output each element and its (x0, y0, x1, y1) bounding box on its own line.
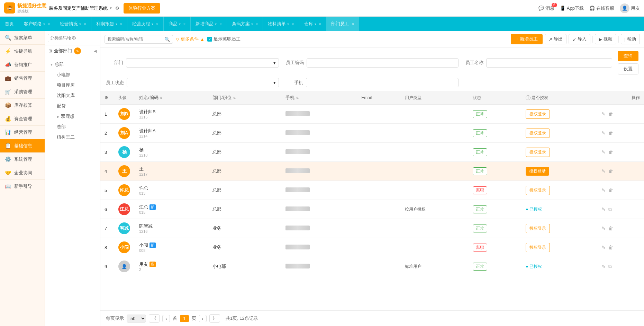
app-download-button[interactable]: 📱 App下载 (560, 5, 584, 11)
import-button[interactable]: ↙ 导入 (569, 34, 590, 44)
show-resigned-toggle[interactable]: ✓ 显示离职员工 (207, 36, 241, 42)
nav-finance[interactable]: 💰 资金管理 (0, 112, 45, 126)
tab-journey-close[interactable]: × (156, 22, 158, 26)
tab-dept-employee[interactable]: 部门员工 × (326, 17, 359, 31)
auth-button[interactable]: 授权登录 (526, 109, 550, 119)
dept-node-distribution[interactable]: 配货 (50, 101, 100, 111)
dept-search-input[interactable] (48, 34, 100, 42)
nav-purchase[interactable]: 🛒 采购管理 (0, 85, 45, 99)
dept-node-project[interactable]: 项目库房 (50, 80, 100, 90)
auth-button[interactable]: 授权登录 (526, 224, 550, 233)
nav-inventory[interactable]: 📦 库存核算 (0, 99, 45, 112)
nav-shortcut[interactable]: ⚡ 快捷导航 (0, 45, 45, 58)
dept-node-general[interactable]: ▼ 总部 (45, 59, 100, 70)
filter-dept-select[interactable]: ▾ (126, 58, 279, 68)
copy-icon[interactable]: ⧉ (608, 206, 612, 212)
auth-button-orange[interactable]: 授权登录 (526, 167, 549, 176)
tab-operations[interactable]: 经营情况 ▾ × (55, 17, 91, 31)
reset-button[interactable]: 设置 (618, 63, 638, 74)
add-employee-button[interactable]: + 新增员工 (511, 34, 542, 44)
prev-page-button[interactable]: ‹ (162, 315, 170, 322)
search-box[interactable]: 🔍 (105, 35, 173, 44)
tab-home[interactable]: 首页 (0, 17, 19, 31)
delete-icon[interactable]: 🗑 (608, 226, 613, 231)
edit-icon[interactable]: ✎ (601, 245, 606, 250)
gear-icon[interactable]: ⚙ (114, 4, 121, 12)
auth-button[interactable]: 授权登录 (526, 186, 550, 195)
tab-warehouse[interactable]: 仓库 ▾ × (299, 17, 326, 31)
auth-button[interactable]: 授权登录 (526, 243, 550, 252)
filter-emp-name-input[interactable] (486, 58, 612, 68)
delete-icon[interactable]: 🗑 (608, 168, 613, 174)
copy-icon[interactable]: ⧉ (608, 264, 612, 270)
filter-phone-input[interactable] (306, 78, 459, 87)
delete-icon[interactable]: 🗑 (608, 130, 613, 136)
edit-icon[interactable]: ✎ (601, 168, 606, 174)
tab-materials[interactable]: 物料清单 ▾ × (263, 17, 299, 31)
auth-button[interactable]: 授权登录 (526, 148, 550, 157)
col-settings[interactable]: ⚙ (100, 91, 114, 105)
dept-node-headquarters[interactable]: 总部 (50, 122, 100, 132)
query-button[interactable]: 查询 (618, 51, 638, 61)
delete-icon[interactable]: 🗑 (608, 111, 613, 117)
message-button[interactable]: 💬 消息 6 (538, 5, 554, 11)
delete-icon[interactable]: 🗑 (608, 149, 613, 155)
online-service-button[interactable]: 🎧 在线客服 (589, 5, 614, 11)
chevron-down-icon[interactable]: ▼ (109, 6, 112, 10)
next-page-button[interactable]: › (199, 315, 207, 322)
tab-add-goods-close[interactable]: × (219, 22, 221, 26)
trial-button[interactable]: 体验行业方案 (124, 3, 160, 14)
tab-customer[interactable]: 客户联络 ▾ × (19, 17, 55, 31)
tab-customer-close[interactable]: × (48, 22, 50, 26)
tab-warehouse-close[interactable]: × (319, 22, 321, 26)
filter-emp-status-select[interactable]: ▾ (127, 78, 279, 87)
nav-sales[interactable]: 💼 销售管理 (0, 72, 45, 85)
edit-icon[interactable]: ✎ (601, 206, 606, 212)
tab-materials-close[interactable]: × (292, 22, 294, 26)
edit-icon[interactable]: ✎ (601, 111, 606, 117)
delete-icon[interactable]: 🗑 (608, 187, 613, 193)
nav-management[interactable]: 📊 经营管理 (0, 126, 45, 139)
more-filter-button[interactable]: ▽ 更多条件 ▲ (176, 36, 205, 42)
dept-edit-icon[interactable]: ✎ (74, 47, 81, 54)
tab-barcode-close[interactable]: × (256, 22, 258, 26)
auth-button[interactable]: 授权登录 (526, 129, 550, 138)
search-input[interactable] (108, 37, 163, 42)
col-name-code[interactable]: 姓名/编码 ⇅ (135, 91, 208, 105)
user-area[interactable]: 👤 用友 (620, 3, 640, 13)
dept-node-small-elec[interactable]: 小电部 (50, 70, 100, 80)
tab-profit[interactable]: 利润报告 ▾ × (91, 17, 127, 31)
export-button[interactable]: ↗ 导出 (545, 34, 566, 44)
tab-operations-close[interactable]: × (84, 22, 86, 26)
last-page-button[interactable]: 》 (209, 314, 220, 323)
tab-barcode[interactable]: 条码方案 ▾ × (227, 17, 263, 31)
edit-icon[interactable]: ✎ (601, 226, 606, 231)
per-page-select[interactable]: 50 20 100 (127, 315, 146, 323)
delete-icon[interactable]: 🗑 (608, 245, 613, 250)
tab-journey[interactable]: 经营历程 ▾ × (127, 17, 163, 31)
edit-icon[interactable]: ✎ (601, 264, 606, 269)
nav-search[interactable]: 🔍 搜索菜单 (0, 31, 45, 45)
page-1-button[interactable]: 1 (180, 315, 189, 322)
dept-node-double[interactable]: ▶ 双鹿想 (50, 111, 100, 122)
dept-collapse-icon[interactable]: ◀ (94, 49, 97, 53)
edit-icon[interactable]: ✎ (601, 149, 606, 155)
tab-add-goods[interactable]: 新增商品 ▾ × (191, 17, 227, 31)
tab-profit-close[interactable]: × (120, 22, 122, 26)
nav-marketing[interactable]: 📣 营销推广 (0, 58, 45, 72)
dept-tree-header[interactable]: ⊞ 全部部门 ✎ ◀ (45, 45, 100, 56)
edit-icon[interactable]: ✎ (601, 187, 606, 193)
nav-enterprise[interactable]: 🤝 企业协同 (0, 166, 45, 180)
help-button[interactable]: | 帮助 (621, 34, 640, 44)
col-phone[interactable]: 手机 ⇅ (281, 91, 357, 105)
col-dept-position[interactable]: 部门/职位 ⇅ (208, 91, 282, 105)
tab-dept-employee-close[interactable]: × (352, 22, 354, 26)
nav-guide[interactable]: 📖 新手引导 (0, 180, 45, 193)
edit-icon[interactable]: ✎ (601, 130, 606, 136)
nav-basic-info[interactable]: 📋 基础信息 (0, 139, 45, 153)
first-page-button[interactable]: 《 (149, 314, 160, 323)
video-button[interactable]: ▶ 视频 (595, 34, 616, 44)
filter-emp-code-input[interactable] (307, 58, 459, 68)
search-icon[interactable]: 🔍 (164, 37, 170, 42)
tab-goods-close[interactable]: × (183, 22, 185, 26)
